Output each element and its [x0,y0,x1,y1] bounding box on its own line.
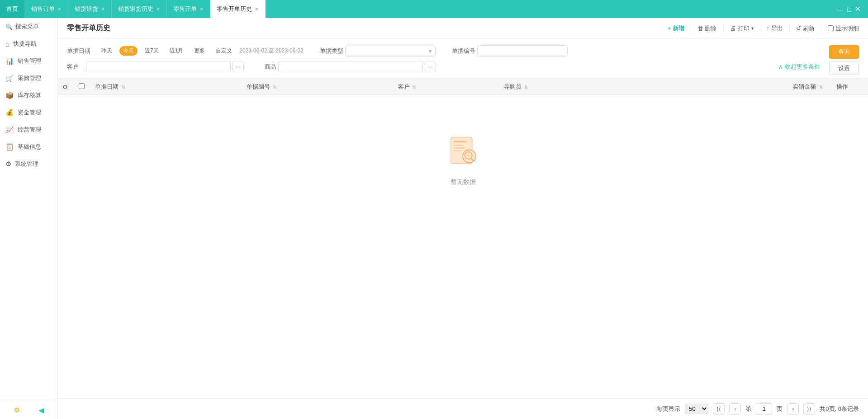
sidebar-item-operations[interactable]: 📈 经营管理 [0,121,57,138]
close-retail-open-tab[interactable]: ✕ [199,6,204,12]
id-input[interactable] [477,45,568,56]
sales-order-tab-label: 销售订单 [31,5,55,13]
goods-ellipsis-btn[interactable]: ··· [425,61,436,72]
content-area: 零售开单历史 + 新增 🗑 删除 🖨 打印 ▾ ↑ 导出 ↺ [58,18,868,419]
base-info-icon: 📋 [5,143,14,151]
svg-rect-4 [453,150,461,151]
date-yesterday[interactable]: 昨天 [98,46,116,56]
page-header: 零售开单历史 + 新增 🗑 删除 🖨 打印 ▾ ↑ 导出 ↺ [58,18,868,39]
th-salesperson[interactable]: 导购员 ⇅ [499,79,628,95]
th-date[interactable]: 单据日期 ⇅ [90,79,242,95]
customer-ellipsis-btn[interactable]: ··· [232,61,244,72]
close-sales-return-history-tab[interactable]: ✕ [156,6,160,12]
th-settings[interactable]: ⚙ [58,79,74,95]
tab-sales-order[interactable]: 销售订单 ✕ [25,0,68,18]
maximize-btn[interactable]: □ [847,5,851,13]
filter-area: 单据日期 昨天 今天 近7天 近1月 更多 自定义 2023-06-02 至 2… [58,39,868,79]
sidebar-item-quick-nav[interactable]: ⌂ 快捷导航 [0,35,57,52]
delete-button[interactable]: 🗑 删除 [697,24,717,33]
th-amount[interactable]: 实销金额 ⇅ [663,79,832,95]
th-spacer [628,79,663,95]
date-1month[interactable]: 近1月 [166,46,187,56]
sidebar-item-sales[interactable]: 📊 销售管理 [0,52,57,70]
sidebar-item-finance[interactable]: 💰 资金管理 [0,104,57,121]
settings-gear-icon[interactable]: ⚙ [14,406,20,414]
sidebar-item-purchase-label: 采购管理 [18,74,41,82]
date-7days[interactable]: 近7天 [141,46,162,56]
show-detail-checkbox-label[interactable]: 显示明细 [828,24,859,33]
table-area: ⚙ 单据日期 ⇅ 单据编号 ⇅ [58,79,868,398]
th-checkbox[interactable] [74,79,90,95]
data-table: ⚙ 单据日期 ⇅ 单据编号 ⇅ [58,79,868,95]
th-customer[interactable]: 客户 ⇅ [394,79,499,95]
goods-input[interactable] [278,61,423,72]
divider-5 [821,25,821,32]
tab-sales-return[interactable]: 销货退货 ✕ [68,0,112,18]
svg-rect-1 [453,141,466,143]
sidebar-search[interactable]: 🔍 搜索采单 [0,18,57,35]
close-retail-open-history-tab[interactable]: ✕ [255,6,259,12]
customer-input[interactable] [86,61,231,72]
sidebar-item-inventory[interactable]: 📦 库存核算 [0,87,57,104]
add-button[interactable]: + 新增 [668,24,684,33]
th-amount-sort: ⇅ [819,85,823,89]
close-sales-return-tab[interactable]: ✕ [101,6,105,12]
home-icon: ⌂ [5,40,9,48]
query-buttons: 查询 设置 [829,45,859,75]
close-sales-order-tab[interactable]: ✕ [57,6,62,12]
th-date-sort: ⇅ [122,85,125,89]
export-button[interactable]: ↑ 导出 [767,24,783,33]
divider-2 [723,25,724,32]
sidebar-search-label: 搜索采单 [15,23,39,31]
last-page-btn[interactable]: ⟩⟩ [803,403,815,415]
th-customer-sort: ⇅ [413,85,416,89]
date-today[interactable]: 今天 [119,46,138,56]
query-button[interactable]: 查询 [829,45,859,59]
print-label: 打印 [738,24,749,33]
th-number[interactable]: 单据编号 ⇅ [242,79,394,95]
next-page-btn[interactable]: › [787,403,799,415]
collapse-sidebar-icon[interactable]: ◀ [38,406,44,414]
type-select[interactable]: ▾ [345,46,436,56]
sidebar-item-quick-nav-label: 快捷导航 [13,40,37,48]
th-action-label: 操作 [836,83,848,90]
print-button[interactable]: 🖨 打印 ▾ [730,24,754,33]
svg-rect-3 [453,147,465,149]
sidebar-item-finance-label: 资金管理 [18,108,41,117]
collapse-filter-btn[interactable]: ∧ 收起更多条件 [778,63,820,71]
tab-sales-return-history[interactable]: 销货退货历史 ✕ [112,0,167,18]
show-detail-checkbox[interactable] [828,25,834,31]
prev-page-btn[interactable]: ‹ [729,403,741,415]
sidebar-item-base-info-label: 基础信息 [18,143,41,151]
print-dropdown-icon: ▾ [751,26,754,31]
header-actions: + 新增 🗑 删除 🖨 打印 ▾ ↑ 导出 ↺ 刷新 [668,24,859,33]
column-settings-icon[interactable]: ⚙ [62,84,68,90]
sidebar-item-system[interactable]: ⚙ 系统管理 [0,155,57,173]
date-range-display: 2023-06-02 至 2023-06-02 [239,47,303,55]
empty-illustration [443,131,484,172]
tab-home[interactable]: 首页 [0,0,25,18]
sidebar-item-base-info[interactable]: 📋 基础信息 [0,138,57,155]
page-number-input[interactable] [756,403,772,415]
date-custom[interactable]: 自定义 [212,46,236,56]
empty-text: 暂无数据 [451,178,476,186]
tab-retail-open-history[interactable]: 零售开单历史 ✕ [210,0,266,18]
sales-icon: 📊 [5,57,14,65]
customer-filter-label: 客户 [67,63,79,71]
first-page-btn[interactable]: ⟨⟨ [713,403,725,415]
purchase-icon: 🛒 [5,74,14,82]
select-all-checkbox[interactable] [79,83,85,89]
divider-4 [789,25,790,32]
close-btn[interactable]: ✕ [855,5,861,13]
sidebar-item-purchase[interactable]: 🛒 采购管理 [0,70,57,87]
tab-retail-open[interactable]: 零售开单 ✕ [167,0,210,18]
sidebar: 🔍 搜索采单 ⌂ 快捷导航 📊 销售管理 🛒 采购管理 📦 库存核算 💰 资金管… [0,18,58,419]
finance-icon: 💰 [5,108,14,117]
minimize-btn[interactable]: — [837,5,844,13]
settings-button[interactable]: 设置 [829,61,859,75]
sidebar-item-inventory-label: 库存核算 [18,91,41,99]
date-more[interactable]: 更多 [190,46,209,56]
refresh-button[interactable]: ↺ 刷新 [796,24,815,33]
page-size-select[interactable]: 50 10 20 100 [685,404,708,414]
refresh-icon: ↺ [796,25,801,32]
